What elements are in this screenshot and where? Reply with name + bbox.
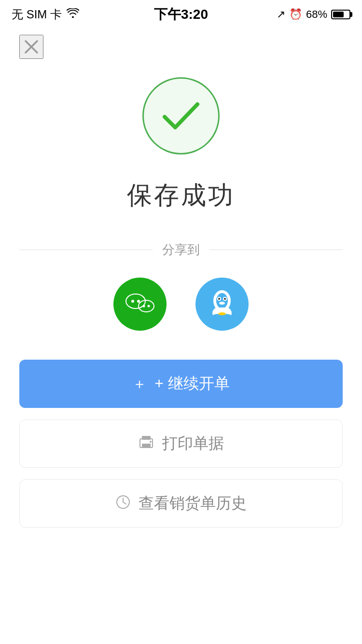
svg-point-4 xyxy=(137,300,140,303)
svg-point-13 xyxy=(224,298,226,300)
svg-point-6 xyxy=(143,305,145,308)
continue-label: + 继续开单 xyxy=(154,373,230,394)
action-buttons: ＋ + 继续开单 打印单据 查看销货单 xyxy=(0,360,362,528)
status-bar: 无 SIM 卡 下午3:20 ↗ ⏰ 68% xyxy=(0,0,362,29)
success-title: 保存成功 xyxy=(127,179,235,212)
share-divider: 分享到 xyxy=(0,241,362,258)
status-left: 无 SIM 卡 xyxy=(12,7,79,22)
svg-point-14 xyxy=(219,302,225,305)
success-circle xyxy=(142,77,220,154)
history-label: 查看销货单历史 xyxy=(139,493,247,514)
share-section: 分享到 xyxy=(0,241,362,331)
print-button[interactable]: 打印单据 xyxy=(19,420,343,468)
close-button[interactable] xyxy=(19,35,43,59)
history-icon xyxy=(115,494,131,513)
divider-left xyxy=(19,250,153,250)
svg-point-9 xyxy=(216,293,228,308)
svg-point-5 xyxy=(139,300,154,312)
status-right: ↗ ⏰ 68% xyxy=(277,8,350,21)
continue-button[interactable]: ＋ + 继续开单 xyxy=(19,360,343,408)
status-time: 下午3:20 xyxy=(154,5,208,24)
svg-point-3 xyxy=(131,300,134,303)
svg-line-22 xyxy=(123,502,126,504)
wechat-share-button[interactable] xyxy=(113,278,167,331)
divider-right xyxy=(209,250,343,250)
svg-point-19 xyxy=(150,441,152,443)
qq-icon xyxy=(206,287,238,321)
battery-percent: 68% xyxy=(306,8,327,21)
battery-icon xyxy=(331,10,350,19)
qq-share-button[interactable] xyxy=(195,278,249,331)
history-button[interactable]: 查看销货单历史 xyxy=(19,479,343,528)
svg-rect-18 xyxy=(142,444,151,448)
sim-status: 无 SIM 卡 xyxy=(12,7,62,22)
checkmark-icon xyxy=(162,101,200,130)
svg-point-15 xyxy=(218,312,226,315)
svg-point-7 xyxy=(148,305,150,308)
print-label: 打印单据 xyxy=(162,433,224,454)
alarm-icon: ⏰ xyxy=(289,8,302,21)
plus-icon: ＋ xyxy=(132,374,147,394)
main-content: 保存成功 分享到 xyxy=(0,29,362,528)
wifi-icon xyxy=(67,8,79,21)
wechat-icon xyxy=(124,291,156,318)
print-icon xyxy=(138,435,154,453)
svg-point-12 xyxy=(218,298,220,300)
location-icon: ↗ xyxy=(277,8,285,21)
svg-rect-17 xyxy=(142,436,151,440)
share-label: 分享到 xyxy=(153,241,209,258)
share-icons xyxy=(113,278,249,331)
